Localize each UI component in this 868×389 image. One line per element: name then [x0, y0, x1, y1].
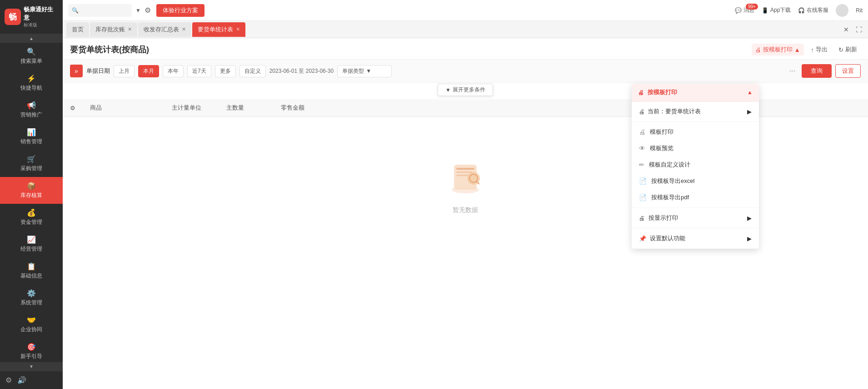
sidebar-item-enterprise[interactable]: 🤝 企业协同 — [0, 311, 63, 338]
date-filter-label: 单据日期 — [86, 67, 110, 75]
topbar-gear-icon[interactable]: ⚙ — [145, 6, 151, 15]
date-range-display: 2023-06-01 至 2023-06-30 — [269, 67, 334, 75]
user-avatar[interactable] — [836, 4, 848, 17]
date-custom-btn[interactable]: 自定义 — [239, 65, 266, 77]
sidebar-item-inventory[interactable]: 📦 库存核算 — [0, 177, 63, 204]
print-template-btn[interactable]: 🖨 按模板打印 ▲ — [752, 44, 804, 56]
date-more-btn[interactable]: 更多 — [215, 65, 236, 77]
tab-batch-account-close[interactable]: ✕ — [128, 26, 132, 32]
dropdown-template-print[interactable]: 🖨 模板打印 — [632, 124, 759, 140]
dropdown-template-export-excel[interactable]: 📄 按模板导出excel — [632, 173, 759, 189]
dropdown-set-default[interactable]: 📌 设置默认功能 ▶ — [632, 230, 759, 247]
dropdown-header[interactable]: 🖨 按模板打印 ▲ — [632, 84, 759, 101]
tabs-controls: ✕ ⛶ — [841, 24, 868, 35]
chevron-down-icon: ▼ — [366, 68, 371, 74]
dropdown-items-section: 🖨 模板打印 👁 模板预览 ✏ 模板自定义设计 📄 按模板导出excel 📄 — [632, 122, 759, 208]
dropdown-display-section: 🖨 按显示打印 ▶ — [632, 208, 759, 228]
message-icon: 💬 — [735, 7, 742, 14]
tab-order-stats[interactable]: 要货单统计表 ✕ — [192, 22, 245, 37]
tab-receipt-summary[interactable]: 收发存汇总表 ✕ — [138, 22, 191, 37]
col-settings[interactable]: ⚙ — [63, 99, 83, 117]
sidebar-footer: ⚙ 🔊 — [0, 371, 63, 389]
sidebar-item-search[interactable]: 🔍 搜索菜单 — [0, 43, 63, 70]
logo-text: 畅康通好生意 标准版 — [24, 5, 58, 28]
date-current-month-btn[interactable]: 本月 — [138, 65, 159, 77]
sound-footer-icon[interactable]: 🔊 — [17, 376, 26, 384]
settings-footer-icon[interactable]: ⚙ — [5, 376, 12, 384]
sidebar-item-basic[interactable]: 📋 基础信息 — [0, 258, 63, 284]
sidebar-item-finance[interactable]: 💰 资金管理 — [0, 204, 63, 231]
dropdown-template-preview[interactable]: 👁 模板预览 — [632, 140, 759, 157]
tab-home[interactable]: 首页 — [66, 22, 89, 37]
dropdown-template-export-pdf[interactable]: 📄 按模板导出pdf — [632, 189, 759, 206]
sidebar-scroll-down[interactable]: ▼ — [0, 362, 63, 371]
template-design-icon: ✏ — [639, 161, 644, 168]
empty-text: 暂无数据 — [453, 206, 478, 214]
expand-conditions-btn[interactable]: ▼ 展开更多条件 — [438, 84, 493, 96]
sidebar-scroll-up[interactable]: ▲ — [0, 34, 63, 43]
logo-icon: 畅 — [5, 9, 21, 25]
filter-right-actions: ··· 查询 设置 — [787, 64, 861, 78]
topbar-search[interactable]: 🔍 — [68, 4, 132, 17]
template-excel-icon: 📄 — [639, 177, 647, 185]
export-btn[interactable]: ↑ 导出 — [808, 44, 832, 56]
print-dropdown: 🖨 按模板打印 ▲ 🖨 当前：要货单统计表 ▶ 🖨 模板打印 — [632, 84, 759, 249]
search-icon: 🔍 — [27, 47, 36, 56]
order-type-select[interactable]: 单据类型 ▼ — [337, 65, 392, 77]
col-extra — [337, 99, 868, 117]
topbar-online-service[interactable]: 🎧 在线客服 — [798, 6, 828, 14]
sidebar-item-shortcut[interactable]: ⚡ 快捷导航 — [0, 70, 63, 96]
chevron-right-icon: ▶ — [747, 108, 752, 115]
dropdown-header-left: 🖨 按模板打印 — [638, 88, 677, 96]
topbar-messages[interactable]: 💬 消息 99+ — [735, 6, 754, 14]
page-header: 要货单统计表(按商品) 🖨 按模板打印 ▲ ↑ 导出 ↻ 刷新 — [63, 38, 868, 60]
refresh-icon: ↻ — [838, 46, 843, 53]
date-prev-month-btn[interactable]: 上月 — [114, 65, 135, 77]
date-current-year-btn[interactable]: 本年 — [163, 65, 184, 77]
sidebar-item-sales[interactable]: 📊 销售管理 — [0, 123, 63, 150]
sidebar-item-marketing[interactable]: 📢 营销推广 — [0, 96, 63, 123]
printer-icon: 🖨 — [755, 46, 761, 53]
tab-maximize-btn[interactable]: ⛶ — [853, 24, 864, 35]
col-product: 商品 — [83, 99, 165, 117]
sidebar-item-guide[interactable]: 🎯 新手引导 — [0, 338, 63, 362]
filter-expand-btn[interactable]: » — [70, 65, 83, 77]
expand-conditions-icon: ▼ — [445, 87, 451, 93]
refresh-btn[interactable]: ↻ 刷新 — [835, 44, 861, 56]
chevron-up-icon: ▲ — [794, 46, 800, 53]
dropdown-display-print[interactable]: 🖨 按显示打印 ▶ — [632, 210, 759, 226]
phone-icon: 📱 — [762, 7, 768, 14]
sidebar-nav: 🔍 搜索菜单 ⚡ 快捷导航 📢 营销推广 📊 销售管理 🛒 采购管理 📦 库存核… — [0, 43, 63, 362]
filter-bar: » 单据日期 上月 本月 本年 近7天 更多 自定义 2023-06-01 至 … — [63, 60, 868, 83]
headset-icon: 🎧 — [798, 7, 805, 14]
date-last7days-btn[interactable]: 近7天 — [187, 65, 211, 77]
dropdown-header-right[interactable]: ▲ — [747, 89, 753, 96]
sidebar-item-purchase[interactable]: 🛒 采购管理 — [0, 150, 63, 177]
guide-icon: 🎯 — [27, 343, 36, 351]
tab-order-stats-close[interactable]: ✕ — [236, 26, 240, 32]
template-preview-icon: 👁 — [639, 145, 645, 152]
dropdown-current-header[interactable]: 🖨 当前：要货单统计表 ▶ — [632, 103, 759, 120]
username: Rit — [856, 7, 863, 14]
svg-rect-2 — [456, 168, 474, 170]
tabs-bar: 首页 库存批次账 ✕ 收发存汇总表 ✕ 要货单统计表 ✕ ✕ ⛶ — [63, 21, 868, 38]
topbar-app-download[interactable]: 📱 App下载 — [762, 6, 791, 14]
operation-icon: 📈 — [27, 235, 36, 244]
sales-icon: 📊 — [27, 128, 36, 136]
dropdown-template-design[interactable]: ✏ 模板自定义设计 — [632, 157, 759, 173]
sidebar-item-system[interactable]: ⚙️ 系统管理 — [0, 284, 63, 311]
tab-close-all-btn[interactable]: ✕ — [841, 24, 852, 35]
printer-sub-icon: 🖨 — [639, 108, 645, 115]
sidebar-item-operation[interactable]: 📈 经营管理 — [0, 231, 63, 258]
inventory-icon: 📦 — [27, 182, 36, 190]
tab-batch-account[interactable]: 库存批次账 ✕ — [90, 22, 137, 37]
page-actions: 🖨 按模板打印 ▲ ↑ 导出 ↻ 刷新 — [752, 44, 861, 56]
filter-more-btn[interactable]: ··· — [787, 65, 798, 77]
empty-illustration — [443, 153, 488, 199]
query-button[interactable]: 查询 — [802, 64, 832, 78]
topbar-dropdown-arrow[interactable]: ▼ — [135, 7, 141, 14]
topbar: 🔍 ▼ ⚙ 体验行业方案 💬 消息 99+ 📱 App下载 🎧 在线客服 Rit — [63, 0, 868, 21]
setup-button[interactable]: 设置 — [835, 64, 861, 78]
tab-receipt-summary-close[interactable]: ✕ — [182, 26, 186, 32]
trial-button[interactable]: 体验行业方案 — [156, 4, 205, 17]
